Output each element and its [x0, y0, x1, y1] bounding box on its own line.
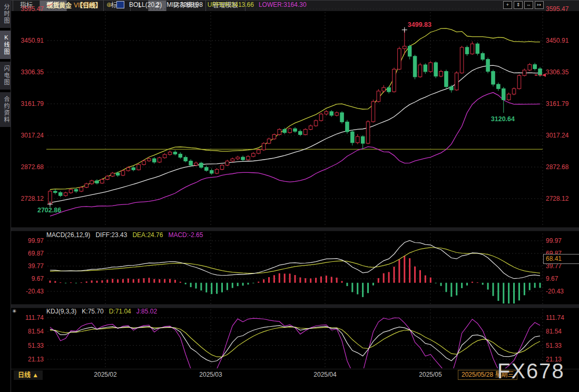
crosshair-icon[interactable]: + [503, 1, 512, 9]
sidebar-item-3[interactable]: 闪电图 [0, 62, 11, 90]
date-label-4: 2025/05 [419, 371, 441, 378]
date-label-3: 2025/04 [313, 371, 336, 378]
mini-chart-icon [116, 1, 124, 8]
kdj-axis-tick-right: 111.74 [546, 314, 578, 321]
macd-axis-tick-left: 69.87 [11, 250, 44, 257]
pane-splitter-macd[interactable] [0, 227, 579, 231]
price-axis-tick-left: 3450.91 [11, 37, 44, 44]
pan-right-icon[interactable]: ↦ [535, 1, 544, 9]
macd-macd-value: MACD:-2.65 [168, 231, 203, 239]
chart-tool-icons: +⇕⇔↦ [503, 1, 544, 9]
kdj-k-value: K:75.70 [82, 308, 103, 315]
price-axis-tick-left: 3306.35 [11, 68, 44, 76]
boll-label: BOLL(20,2) [129, 1, 162, 8]
date-label-1: 2025/02 [94, 371, 116, 378]
sidebar-item-2[interactable]: K线图 [0, 31, 11, 59]
macd-right-tag: 68.41 [543, 254, 579, 264]
date-label-2: 2025/03 [199, 371, 222, 378]
price-axis-tick-right: 2728.12 [546, 195, 578, 202]
price-axis-tick-right: 3161.79 [546, 100, 578, 107]
price-axis-tick-left: 3017.24 [11, 132, 44, 139]
price-axis-tick-right: 3306.35 [546, 68, 578, 76]
kdj-axis-tick-left: 81.54 [11, 328, 44, 335]
boll-upper-value: UPPER:3413.66 [208, 1, 254, 8]
macd-diff-value: DIFF:23.43 [95, 231, 127, 239]
chart-canvas[interactable]: 3499.832702.863120.64 [0, 0, 579, 392]
price-axis-tick-right: 3595.47 [546, 5, 578, 13]
time-axis: 日线 ▲ 2025/05/28 星期三 2025/022025/032025/0… [0, 369, 579, 382]
price-axis-tick-left: 2728.12 [11, 195, 44, 202]
watermark: FX678 [497, 359, 565, 383]
kdj-axis-tick-left: 111.74 [11, 314, 44, 321]
kdj-axis-tick-right: 81.54 [546, 328, 578, 335]
annotation-3499.83: 3499.83 [408, 21, 431, 28]
kdj-j-value: J:85.02 [136, 308, 157, 315]
macd-axis-tick-left: -20.43 [11, 288, 44, 295]
kdj-axis-tick-left: 51.33 [11, 342, 44, 349]
sidebar-item-4[interactable]: 合约资料 [0, 92, 11, 127]
boll-mid-value: MID:3288.98 [166, 1, 203, 8]
price-axis-tick-right: 3017.24 [546, 132, 578, 139]
macd-header: MACD(26,12,9) DIFF:23.43 DEA:24.76 MACD:… [46, 231, 203, 239]
macd-axis-tick-left: 39.77 [11, 262, 44, 270]
kdj-title: KDJ(9,3,3) [46, 308, 76, 315]
sidebar-item-1[interactable]: 分时图 [0, 0, 11, 28]
price-axis-tick-right: 2872.68 [546, 163, 578, 171]
kdj-header: KDJ(9,3,3) K:75.70 D:71.04 J:85.02 [46, 308, 157, 315]
fit-horizontal-icon[interactable]: ⇔ [524, 1, 533, 9]
kdj-axis-tick-left: 21.13 [11, 356, 44, 363]
macd-dea-value: DEA:24.76 [132, 231, 163, 239]
price-axis-tick-right: 3450.91 [546, 37, 578, 44]
kdj-d-value: D:71.04 [109, 308, 131, 315]
chart-type-sidebar: 分时图K线图闪电图合约资料 [0, 0, 11, 392]
annotation-3120.64: 3120.64 [491, 115, 515, 123]
fit-vertical-icon[interactable]: ⇕ [514, 1, 523, 9]
macd-axis-tick-right: 9.67 [546, 275, 578, 282]
macd-axis-tick-left: 99.97 [11, 237, 44, 244]
macd-title: MACD(26,12,9) [46, 231, 90, 239]
kdj-axis-tick-right: 51.33 [546, 342, 578, 349]
boll-lower-value: LOWER:3164.30 [259, 1, 307, 8]
macd-axis-tick-left: 9.67 [11, 275, 44, 282]
price-axis-tick-left: 2872.68 [11, 163, 44, 171]
macd-axis-tick-right: -20.43 [546, 288, 578, 295]
macd-axis-tick-right: 99.97 [546, 237, 578, 244]
annotation-2702.86: 2702.86 [37, 207, 61, 214]
period-selector[interactable]: 日线 ▲ [14, 370, 43, 380]
price-axis-tick-left: 3161.79 [11, 100, 44, 107]
topbar: 现货黄金 【日线】 ⊕ BOLL(20,2) MID:3288.98 UPPER… [46, 1, 307, 9]
kdj-settings-icon[interactable]: ✳ [12, 308, 16, 314]
add-indicator-icon[interactable]: ⊕ [106, 1, 112, 8]
period-title: 【日线】 [76, 1, 102, 9]
price-axis-tick-left: 3595.47 [11, 5, 44, 13]
